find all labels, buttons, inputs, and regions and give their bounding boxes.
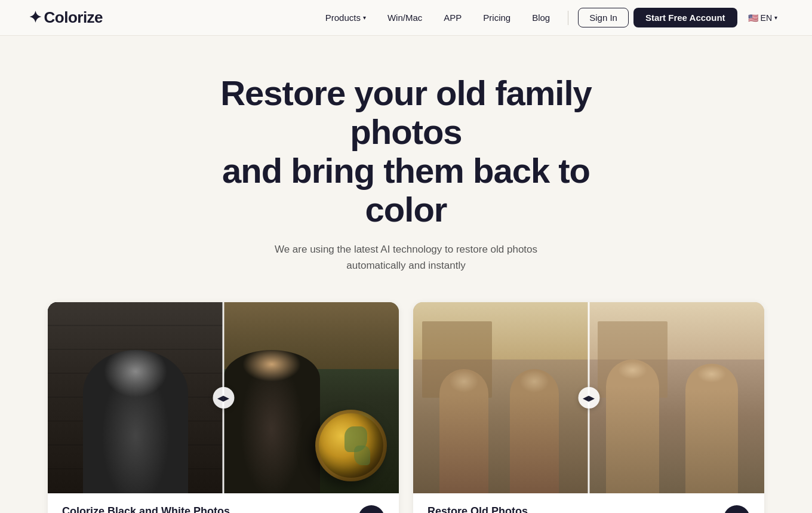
logo-text: Colorize [44, 8, 103, 27]
card-colorize-arrow-button[interactable]: → [358, 505, 385, 513]
product-cards-grid: ◀▶ [0, 302, 812, 513]
card-restore-info: Restore Old Photos Restore old photos wh… [413, 493, 764, 513]
handle-arrows-icon: ◀▶ [217, 394, 229, 403]
card-restore-arrow-button[interactable]: → [724, 505, 750, 513]
handle-arrows-icon-restore: ◀▶ [583, 394, 595, 403]
before-image-restore [413, 302, 589, 493]
nav-divider [568, 11, 568, 25]
card-colorize: ◀▶ [48, 302, 399, 513]
card-restore: ◀▶ Restore Old Photos Restore old photos… [413, 302, 764, 513]
hero-subtext: We are using the latest AI technology to… [257, 241, 555, 274]
globe-decoration [315, 410, 387, 481]
nav-pricing[interactable]: Pricing [475, 9, 519, 26]
nav-products[interactable]: Products ▾ [317, 9, 374, 26]
nav-winmac[interactable]: Win/Mac [379, 9, 430, 26]
before-image-colorize [48, 302, 223, 493]
signin-button[interactable]: Sign In [578, 8, 629, 27]
site-logo[interactable]: ✦ Colorize [29, 8, 103, 27]
card-colorize-text: Colorize Black and White Photos Colorize… [62, 505, 283, 513]
logo-star: ✦ [29, 8, 42, 27]
flag-icon: 🇺🇸 [748, 13, 758, 23]
after-image-restore [589, 302, 764, 493]
language-selector[interactable]: 🇺🇸 EN ▾ [742, 10, 783, 26]
nav-app[interactable]: APP [435, 9, 470, 26]
nav-blog[interactable]: Blog [524, 9, 558, 26]
card-restore-text: Restore Old Photos Restore old photos wh… [427, 505, 646, 513]
after-image-colorize [223, 302, 399, 493]
divider-handle-button[interactable]: ◀▶ [213, 387, 234, 408]
start-free-account-button[interactable]: Start Free Account [633, 8, 737, 27]
main-nav: Products ▾ Win/Mac APP Pricing Blog Sign… [317, 8, 783, 27]
hero-headline: Restore your old family photos and bring… [179, 74, 633, 229]
card-colorize-image[interactable]: ◀▶ [48, 302, 399, 493]
card-colorize-info: Colorize Black and White Photos Colorize… [48, 493, 399, 513]
hero-section: Restore your old family photos and bring… [0, 36, 812, 302]
card-restore-image[interactable]: ◀▶ [413, 302, 764, 493]
card-restore-title: Restore Old Photos [427, 505, 646, 513]
chevron-down-icon: ▾ [363, 14, 366, 21]
before-after-divider-restore: ◀▶ [588, 302, 590, 493]
lang-label: EN [761, 13, 772, 23]
divider-handle-button-restore[interactable]: ◀▶ [578, 387, 599, 408]
lang-chevron-icon: ▾ [774, 14, 777, 21]
card-colorize-title: Colorize Black and White Photos [62, 505, 283, 513]
before-after-divider: ◀▶ [223, 302, 224, 493]
